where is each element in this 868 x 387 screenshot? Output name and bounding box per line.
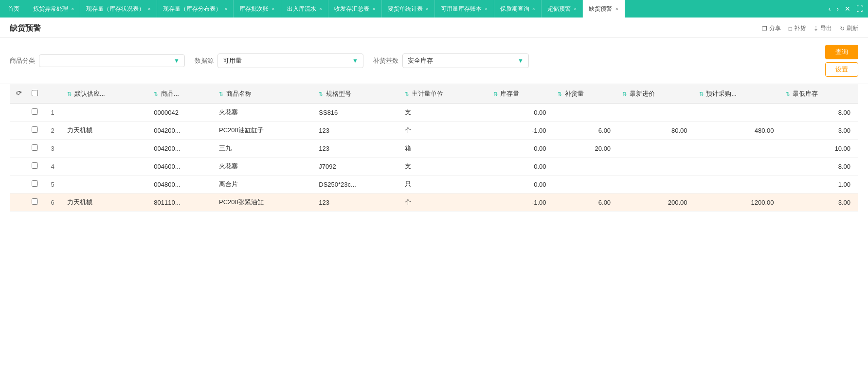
page-content: 缺货预警 ❐ 分享 □ 补货 ⇣ 导出 ↻ 刷新 商品分类: [0, 18, 868, 387]
row-checkbox[interactable]: [32, 126, 38, 133]
select-all-checkbox[interactable]: [32, 90, 38, 96]
row-min-stock: 8.00: [782, 104, 858, 122]
row-checkbox-cell[interactable]: [27, 140, 42, 158]
tab-inventory-status[interactable]: 现存量（库存状况表） ×: [80, 0, 157, 18]
tab-inventory-dist[interactable]: 现存量（库存分布表） ×: [157, 0, 234, 18]
gear-icon[interactable]: [15, 89, 22, 97]
row-checkbox[interactable]: [32, 162, 38, 169]
row-stock-qty: 0.00: [489, 158, 554, 176]
row-checkbox-cell[interactable]: [27, 104, 42, 122]
product-category-select[interactable]: ▼: [39, 54, 185, 67]
row-min-stock: 8.00: [782, 158, 858, 176]
row-default-supplier: [63, 158, 150, 176]
col-product-code[interactable]: ⇅ 商品...: [150, 84, 215, 104]
row-product-code: 004200...: [150, 140, 215, 158]
tab-home[interactable]: 首页: [0, 0, 27, 18]
row-checkbox-cell[interactable]: [27, 194, 42, 211]
row-checkbox[interactable]: [32, 144, 38, 151]
col-stock-qty[interactable]: ⇅ 库存量: [489, 84, 554, 104]
tab-shortage[interactable]: 缺货预警 ×: [583, 0, 624, 18]
shortage-table: ⇅ 默认供应... ⇅ 商品... ⇅ 商品名称 ⇅ 规格型号: [10, 84, 858, 211]
close-icon[interactable]: ×: [271, 6, 274, 12]
tab-exception[interactable]: 拣货异常处理 ×: [27, 0, 80, 18]
tab-next-icon[interactable]: ›: [833, 4, 842, 14]
replenish-icon: □: [789, 25, 792, 32]
row-number: 6: [42, 194, 63, 211]
close-icon[interactable]: ×: [574, 6, 577, 12]
row-number: 3: [42, 140, 63, 158]
sort-icon: ⇅: [558, 91, 562, 97]
replenish-button[interactable]: □ 补货: [789, 24, 806, 33]
tab-shortage-label: 缺货预警: [589, 5, 612, 13]
row-product-name: PC200油缸缸子: [215, 122, 315, 140]
row-unit: 个: [401, 194, 489, 211]
row-checkbox-cell[interactable]: [27, 122, 42, 140]
row-latest-price: [618, 158, 695, 176]
tab-overstock[interactable]: 超储预警 ×: [542, 0, 583, 18]
header-actions: ❐ 分享 □ 补货 ⇣ 导出 ↻ 刷新: [762, 24, 858, 33]
close-icon[interactable]: ×: [485, 6, 488, 12]
row-product-name: 离合片: [215, 176, 315, 194]
row-checkbox[interactable]: [32, 180, 38, 187]
settings-button[interactable]: 设置: [825, 62, 858, 77]
row-est-purchase: 1200.00: [695, 194, 782, 211]
row-spec-model: 123: [315, 122, 400, 140]
row-min-stock: 3.00: [782, 194, 858, 211]
tab-recv-summary[interactable]: 收发存汇总表 ×: [328, 0, 381, 18]
export-button[interactable]: ⇣ 导出: [814, 24, 832, 33]
col-replenish-qty[interactable]: ⇅ 补货量: [554, 84, 618, 104]
tab-home-label: 首页: [8, 5, 19, 13]
row-default-supplier: 力天机械: [63, 194, 150, 211]
close-icon[interactable]: ×: [147, 6, 150, 12]
tab-batch-account[interactable]: 库存批次账 ×: [234, 0, 281, 18]
row-checkbox-cell[interactable]: [27, 158, 42, 176]
row-product-code: 004200...: [150, 122, 215, 140]
row-spec-model: 123: [315, 140, 400, 158]
tab-batch-account-label: 库存批次账: [239, 5, 269, 13]
close-icon[interactable]: ×: [532, 6, 535, 12]
tab-expiry-query[interactable]: 保质期查询 ×: [494, 0, 542, 18]
tab-close-all-icon[interactable]: ✕: [842, 4, 853, 14]
table-header-row: ⇅ 默认供应... ⇅ 商品... ⇅ 商品名称 ⇅ 规格型号: [10, 84, 858, 104]
replenish-basis-select[interactable]: 安全库存 ▼: [402, 53, 529, 68]
refresh-icon: ↻: [840, 25, 845, 32]
tab-exception-label: 拣货异常处理: [33, 5, 68, 13]
row-latest-price: 200.00: [618, 194, 695, 211]
refresh-button[interactable]: ↻ 刷新: [840, 24, 858, 33]
tab-inout-flow[interactable]: 出入库流水 ×: [281, 0, 328, 18]
row-number: 1: [42, 104, 63, 122]
close-icon[interactable]: ×: [372, 6, 375, 12]
tab-available-ledger[interactable]: 可用量库存账本 ×: [435, 0, 494, 18]
col-latest-price[interactable]: ⇅ 最新进价: [618, 84, 695, 104]
close-icon[interactable]: ×: [71, 6, 74, 12]
query-button[interactable]: 查询: [825, 45, 858, 59]
row-number: 2: [42, 122, 63, 140]
col-spec-model[interactable]: ⇅ 规格型号: [315, 84, 400, 104]
table-row: 2 力天机械 004200... PC200油缸缸子 123 个 -1.00 6…: [10, 122, 858, 140]
sort-icon: ⇅: [405, 91, 409, 97]
col-default-supplier[interactable]: ⇅ 默认供应...: [63, 84, 150, 104]
tab-order-stats[interactable]: 要货单统计表 ×: [382, 0, 435, 18]
row-default-supplier: [63, 176, 150, 194]
close-icon[interactable]: ×: [319, 6, 322, 12]
row-est-purchase: 480.00: [695, 122, 782, 140]
row-product-code: 004600...: [150, 158, 215, 176]
tab-inout-flow-label: 出入库流水: [287, 5, 316, 13]
tab-expand-icon[interactable]: ⛶: [853, 4, 866, 14]
col-product-name[interactable]: ⇅ 商品名称: [215, 84, 315, 104]
close-icon[interactable]: ×: [615, 6, 618, 12]
row-checkbox[interactable]: [32, 108, 38, 115]
row-checkbox-cell[interactable]: [27, 176, 42, 194]
data-source-select[interactable]: 可用量 ▼: [217, 53, 363, 68]
col-min-stock[interactable]: ⇅ 最低库存: [782, 84, 858, 104]
row-checkbox[interactable]: [32, 198, 38, 205]
row-replenish-qty: 20.00: [554, 140, 618, 158]
col-est-purchase[interactable]: ⇅ 预计采购...: [695, 84, 782, 104]
row-gear-cell: [10, 140, 27, 158]
row-stock-qty: -1.00: [489, 122, 554, 140]
share-button[interactable]: ❐ 分享: [762, 24, 781, 33]
tab-prev-icon[interactable]: ‹: [826, 4, 834, 14]
close-icon[interactable]: ×: [426, 6, 429, 12]
col-unit[interactable]: ⇅ 主计量单位: [401, 84, 489, 104]
close-icon[interactable]: ×: [224, 6, 227, 12]
